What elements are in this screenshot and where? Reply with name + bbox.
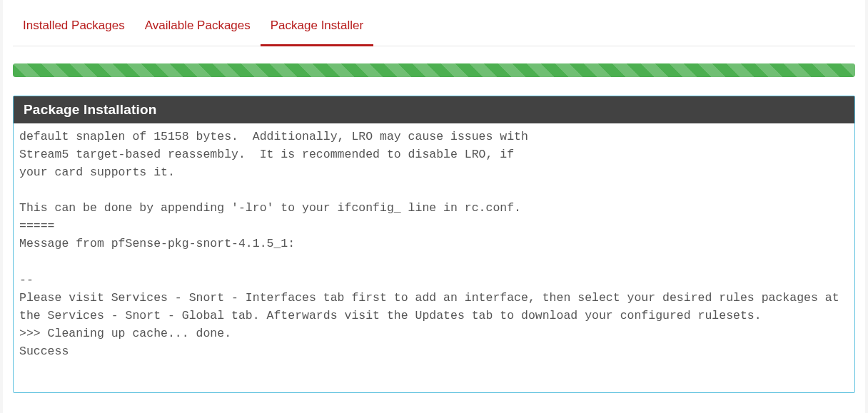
package-manager-container: Installed Packages Available Packages Pa…: [3, 0, 865, 413]
tab-bar: Installed Packages Available Packages Pa…: [13, 13, 855, 46]
panel-title: Package Installation: [14, 96, 854, 123]
panel-body: [14, 123, 854, 392]
progress-bar: [13, 63, 855, 77]
installation-panel: Package Installation: [13, 96, 855, 393]
tab-package-installer[interactable]: Package Installer: [261, 13, 373, 46]
tab-installed-packages[interactable]: Installed Packages: [13, 13, 135, 46]
installation-log[interactable]: [14, 123, 854, 389]
tab-available-packages[interactable]: Available Packages: [135, 13, 261, 46]
progress-bar-fill: [13, 63, 855, 77]
